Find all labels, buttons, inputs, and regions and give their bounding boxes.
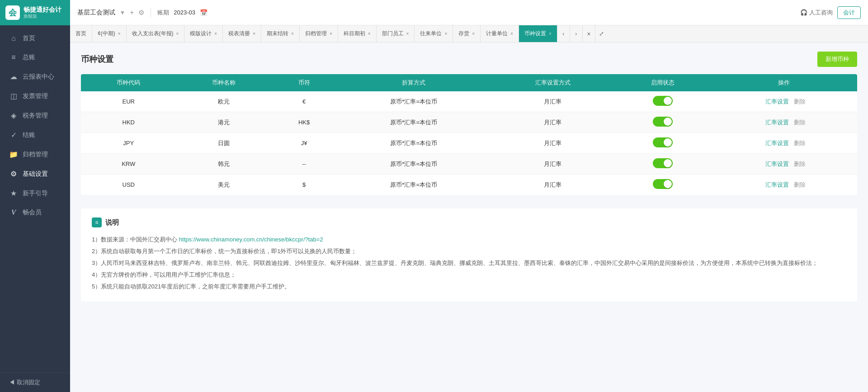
rate-settings-link[interactable]: 汇率设置 [765, 119, 789, 126]
period-value: 2023-03 [174, 9, 195, 16]
tab-label: ¢(中期) [98, 30, 115, 38]
settings-gear-icon[interactable]: ⚙ [138, 9, 144, 17]
tab-label: 币种设置 [524, 30, 546, 38]
tab-close-icon[interactable]: × [549, 31, 552, 36]
notes-item: 3）人民币对马来西亚林吉特、俄罗斯卢布、南非兰特、韩元、阿联酋迪拉姆、沙特里亚尔… [92, 257, 846, 269]
col-header-rate-type: 汇率设置方式 [491, 74, 615, 91]
sidebar-item-invoice[interactable]: ◫ 发票管理 [0, 86, 70, 106]
tab-label: 存货 [458, 30, 469, 38]
status-toggle[interactable] [653, 179, 673, 189]
cell-calc: 原币*汇率=本位币 [337, 133, 491, 154]
cell-symbol: € [271, 91, 337, 112]
tab-close-icon[interactable]: × [214, 31, 217, 36]
tab-close-icon[interactable]: × [444, 31, 447, 36]
delete-link[interactable]: 删除 [794, 140, 806, 146]
sidebar-item-checkout[interactable]: ✓ 结账 [0, 125, 70, 145]
tab-next-btn[interactable]: › [570, 25, 583, 42]
rate-settings-link[interactable]: 汇率设置 [765, 161, 789, 167]
add-icon[interactable]: + [130, 9, 134, 17]
status-toggle[interactable] [653, 158, 673, 168]
tab-archive[interactable]: 归档管理 × [300, 25, 338, 42]
sidebar-item-home[interactable]: ⌂ 首页 [0, 29, 70, 48]
toggle-knob [664, 159, 672, 167]
cell-symbol: $ [271, 175, 337, 195]
cell-rate-type: 月汇率 [491, 175, 615, 195]
tab-period-end[interactable]: 期末结转 × [261, 25, 300, 42]
tab-close-icon[interactable]: × [330, 31, 332, 36]
cell-actions: 汇率设置 删除 [710, 91, 857, 112]
notes-item: 2）系统自动获取每月第一个工作日的汇率标价，统一为直接标价法，即1外币可以兑换的… [92, 246, 846, 257]
sidebar-item-archive[interactable]: 📁 归档管理 [0, 145, 70, 164]
delete-link[interactable]: 删除 [794, 181, 806, 188]
sidebar-item-label: 畅会员 [23, 208, 42, 217]
sidebar-item-guide[interactable]: ★ 新手引导 [0, 184, 70, 203]
tab-label: 模版设计 [190, 30, 212, 38]
cell-calc: 原币*汇率=本位币 [337, 175, 491, 195]
help-button[interactable]: 🎧 人工咨询 [800, 9, 833, 17]
tab-close-icon[interactable]: × [368, 31, 371, 36]
tab-close-icon[interactable]: × [291, 31, 294, 36]
sidebar-item-member[interactable]: V 畅会员 [0, 203, 70, 222]
tab-close-icon[interactable]: × [253, 31, 255, 36]
tab-close-icon[interactable]: × [510, 31, 513, 36]
rate-settings-link[interactable]: 汇率设置 [765, 98, 789, 105]
member-icon: V [9, 208, 18, 217]
notes-link[interactable]: https://www.chinamoney.com.cn/chinese/bk… [179, 236, 323, 243]
delete-link[interactable]: 删除 [794, 161, 806, 167]
kuaiji-button[interactable]: 会计 [837, 6, 861, 19]
tab-expand-btn[interactable]: ⤢ [595, 25, 608, 42]
dropdown-icon[interactable]: ▼ [120, 9, 125, 16]
guide-icon: ★ [9, 189, 18, 198]
sidebar-item-tax[interactable]: ◈ 税务管理 [0, 106, 70, 125]
sidebar-item-reports[interactable]: ☁ 云报表中心 [0, 67, 70, 86]
cell-rate-type: 月汇率 [491, 91, 615, 112]
period-label: 账期 [157, 9, 169, 17]
page-title-row: 币种设置 新增币种 [81, 52, 857, 67]
tab-home[interactable]: 首页 [70, 25, 92, 42]
tab-income[interactable]: 收入支出表(年报) × [127, 25, 185, 42]
rate-settings-link[interactable]: 汇率设置 [765, 181, 789, 188]
sidebar-item-ledger[interactable]: ≡ 总账 [0, 48, 70, 67]
toggle-knob [664, 138, 672, 146]
tab-customers[interactable]: 往来单位 × [415, 25, 453, 42]
tax-icon: ◈ [9, 111, 18, 120]
tab-close-icon[interactable]: × [406, 31, 409, 36]
sidebar-item-label: 新手引导 [23, 189, 48, 198]
tab-prev-btn[interactable]: ‹ [557, 25, 570, 42]
tab-dept[interactable]: 部门员工 × [377, 25, 415, 42]
tab-template[interactable]: 模版设计 × [184, 25, 223, 42]
tab-currency[interactable]: 币种设置 × [519, 25, 557, 42]
col-header-status: 启用状态 [615, 74, 710, 91]
delete-link[interactable]: 删除 [794, 119, 806, 126]
company-name: 基层工会测试 [77, 9, 115, 17]
notes-list: 1）数据来源：中国外汇交易中心 https://www.chinamoney.c… [92, 234, 846, 293]
tab-tax[interactable]: 税表清册 × [223, 25, 261, 42]
status-toggle[interactable] [653, 96, 673, 106]
tab-close-icon[interactable]: × [176, 31, 179, 36]
col-header-symbol: 币符 [271, 74, 337, 91]
calendar-icon[interactable]: 📅 [200, 9, 208, 16]
tab-subjects[interactable]: 科目期初 × [338, 25, 377, 42]
sidebar-item-label: 云报表中心 [23, 73, 54, 81]
status-toggle[interactable] [653, 117, 673, 127]
sidebar-unpin[interactable]: ◀ 取消固定 [0, 373, 70, 392]
cell-actions: 汇率设置 删除 [710, 112, 857, 133]
delete-link[interactable]: 删除 [794, 98, 806, 105]
tab-units[interactable]: 计量单位 × [481, 25, 519, 42]
table-row: HKD 港元 HK$ 原币*汇率=本位币 月汇率 汇率设置 删除 [81, 112, 857, 133]
logo-icon: 会 [5, 5, 20, 20]
status-toggle[interactable] [653, 137, 673, 147]
cell-status [615, 175, 710, 195]
sidebar-item-label: 发票管理 [23, 92, 48, 100]
cell-actions: 汇率设置 删除 [710, 133, 857, 154]
tab-inventory[interactable]: 存货 × [453, 25, 481, 42]
rate-settings-link[interactable]: 汇率设置 [765, 140, 789, 146]
tab-close-all-btn[interactable]: × [583, 25, 595, 42]
cell-rate-type: 月汇率 [491, 154, 615, 175]
tab-period[interactable]: ¢(中期) × [92, 25, 127, 42]
tab-close-icon[interactable]: × [118, 31, 121, 36]
tab-close-icon[interactable]: × [472, 31, 475, 36]
notes-icon: ≡ [92, 217, 102, 227]
sidebar-item-settings[interactable]: ⚙ 基础设置 [0, 164, 70, 184]
new-currency-button[interactable]: 新增币种 [817, 52, 857, 67]
